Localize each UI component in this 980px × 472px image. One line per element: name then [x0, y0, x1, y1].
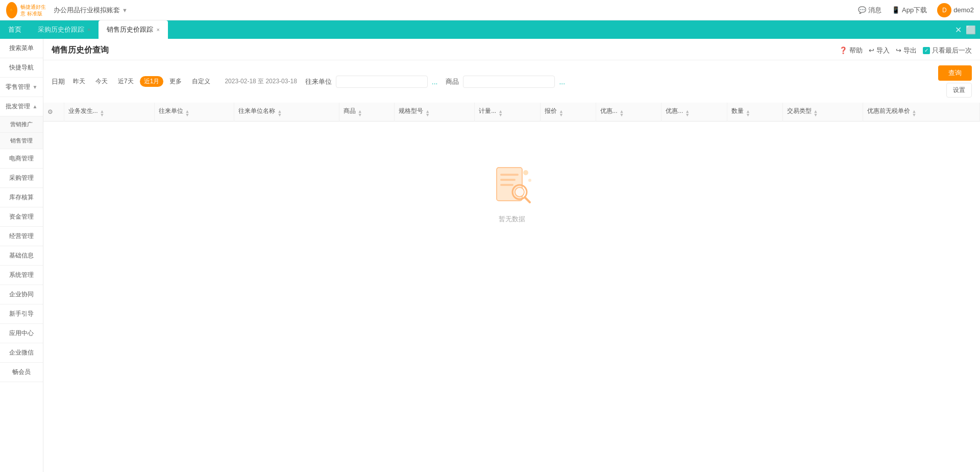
sidebar-item-wholesale[interactable]: 批发管理 ▲ [0, 97, 43, 116]
svg-point-5 [515, 187, 524, 197]
table-header-row: ⚙ 业务发生...▲▼ 往来单位▲▼ 往来单位名称▲▼ 商品▲▼ [43, 103, 980, 122]
product-filter-group: 商品 ... [446, 76, 565, 88]
date-opt-today[interactable]: 今天 [91, 76, 112, 87]
partner-input[interactable] [336, 76, 428, 88]
enterprise-label: 企业协同 [9, 290, 34, 299]
date-opt-last7days[interactable]: 近7天 [114, 76, 138, 87]
quicknav-label: 快捷导航 [9, 63, 34, 72]
col-unit[interactable]: 计量...▲▼ [475, 103, 541, 122]
col-partner[interactable]: 往来单位▲▼ [154, 103, 234, 122]
message-button[interactable]: 💬 消息 [858, 6, 881, 15]
table-wrapper: ⚙ 业务发生...▲▼ 往来单位▲▼ 往来单位名称▲▼ 商品▲▼ [43, 103, 980, 472]
app-download-label: App下载 [902, 6, 927, 15]
app-download-button[interactable]: 📱 App下载 [892, 6, 927, 15]
checkbox-checked-icon: ✓ [923, 47, 930, 54]
chevron-up-icon: ▲ [33, 104, 38, 109]
sort-icon: ▲▼ [100, 110, 105, 117]
operations-label: 经营管理 [9, 232, 34, 241]
sidebar-item-search[interactable]: 搜索菜单 [0, 39, 43, 58]
sidebar-item-appstore[interactable]: 应用中心 [0, 324, 43, 343]
tab-purchase-close[interactable]: × [87, 27, 90, 33]
col-discount2[interactable]: 优惠...▲▼ [662, 103, 727, 122]
sidebar-item-member[interactable]: 畅会员 [0, 363, 43, 382]
restore-window-button[interactable]: ⬜ [966, 25, 976, 35]
sidebar-item-purchase[interactable]: 采购管理 [0, 169, 43, 188]
date-opt-yesterday[interactable]: 昨天 [69, 76, 89, 87]
filter-right: 查询 设置 [938, 65, 972, 98]
sidebar-item-retail[interactable]: 零售管理 ▼ [0, 78, 43, 97]
product-label: 商品 [446, 77, 459, 86]
date-opt-last1month[interactable]: 近1月 [140, 76, 164, 87]
col-partner-name[interactable]: 往来单位名称▲▼ [234, 103, 339, 122]
product-dots[interactable]: ... [559, 78, 565, 86]
sidebar-item-sales-mgmt[interactable]: 销售管理 [0, 133, 43, 149]
message-label: 消息 [868, 6, 881, 15]
sort-icon: ▲▼ [746, 110, 750, 117]
sort-icon: ▲▼ [620, 110, 624, 117]
member-label: 畅会员 [12, 368, 31, 376]
svg-point-7 [523, 170, 528, 175]
logo-icon: 🔸 [6, 2, 17, 18]
col-pretax-price[interactable]: 优惠前无税单价▲▼ [863, 103, 979, 122]
avatar: D [937, 3, 951, 17]
sidebar-item-system[interactable]: 系统管理 [0, 266, 43, 285]
help-label: 帮助 [849, 46, 863, 55]
page-title: 销售历史价查询 [52, 45, 109, 56]
sidebar-item-marketing[interactable]: 营销推广 [0, 116, 43, 133]
col-settings[interactable]: ⚙ [43, 103, 64, 122]
sort-icon: ▲▼ [277, 110, 282, 117]
tab-sales-close[interactable]: × [156, 27, 159, 33]
date-opt-more[interactable]: 更多 [165, 76, 186, 87]
sidebar-item-guide[interactable]: 新手引导 [0, 304, 43, 324]
partner-dots[interactable]: ... [432, 78, 438, 86]
app-selector[interactable]: 办公用品行业模拟账套 ▼ [54, 6, 128, 15]
col-biz-date[interactable]: 业务发生...▲▼ [64, 103, 154, 122]
tab-home[interactable]: 首页 [0, 20, 30, 39]
settings-button[interactable]: 设置 [946, 83, 972, 98]
logo-area: 🔸 畅捷通好生意 标准版 [6, 2, 50, 18]
sidebar-item-inventory[interactable]: 库存核算 [0, 188, 43, 207]
data-table: ⚙ 业务发生...▲▼ 往来单位▲▼ 往来单位名称▲▼ 商品▲▼ [43, 103, 980, 122]
import-label: 导入 [876, 46, 890, 55]
user-profile[interactable]: D demo2 [937, 3, 974, 17]
partner-label: 往来单位 [305, 77, 332, 86]
date-filter-group: 日期 昨天 今天 近7天 近1月 更多 自定义 [52, 76, 214, 87]
sort-icon: ▲▼ [559, 110, 564, 117]
col-spec[interactable]: 规格型号▲▼ [395, 103, 475, 122]
col-trade-type[interactable]: 交易类型▲▼ [782, 103, 863, 122]
marketing-label: 营销推广 [10, 121, 33, 128]
sidebar-item-basic[interactable]: 基础信息 [0, 246, 43, 266]
tab-sales[interactable]: 销售历史价跟踪 × [99, 20, 167, 39]
sidebar-item-ecommerce[interactable]: 电商管理 [0, 149, 43, 169]
import-button[interactable]: ↩ 导入 [869, 46, 890, 55]
sort-icon: ▲▼ [685, 110, 690, 117]
app-name: 办公用品行业模拟账套 [54, 6, 120, 15]
svg-rect-3 [500, 184, 513, 186]
help-button[interactable]: ❓ 帮助 [839, 46, 863, 55]
content-area: 销售历史价查询 ❓ 帮助 ↩ 导入 ↪ 导出 ✓ 只看最后一次 [43, 39, 980, 472]
product-input[interactable] [463, 76, 555, 88]
svg-rect-1 [500, 174, 519, 176]
empty-state: 暂无数据 [43, 122, 980, 265]
query-button[interactable]: 查询 [938, 65, 972, 81]
svg-rect-2 [500, 179, 516, 181]
date-opt-custom[interactable]: 自定义 [188, 76, 214, 87]
sidebar-item-quicknav[interactable]: 快捷导航 [0, 58, 43, 78]
sidebar-item-enterprise[interactable]: 企业协同 [0, 285, 43, 304]
col-quote[interactable]: 报价▲▼ [540, 103, 596, 122]
sort-icon: ▲▼ [498, 110, 503, 117]
tab-home-label: 首页 [8, 25, 21, 34]
sidebar-item-weixin[interactable]: 企业微信 [0, 343, 43, 363]
sidebar-item-operations[interactable]: 经营管理 [0, 227, 43, 246]
close-window-button[interactable]: ✕ [955, 25, 962, 35]
col-product[interactable]: 商品▲▼ [339, 103, 395, 122]
only-last-checkbox-label[interactable]: ✓ 只看最后一次 [923, 46, 972, 55]
sort-icon: ▲▼ [814, 110, 818, 117]
purchase-label: 采购管理 [9, 174, 34, 182]
col-quantity[interactable]: 数量▲▼ [727, 103, 783, 122]
col-discount1[interactable]: 优惠...▲▼ [596, 103, 662, 122]
tab-purchase[interactable]: 采购历史价跟踪 × [30, 20, 99, 39]
export-button[interactable]: ↪ 导出 [896, 46, 917, 55]
sidebar-item-finance[interactable]: 资金管理 [0, 207, 43, 227]
chevron-down-icon: ▼ [33, 84, 38, 90]
